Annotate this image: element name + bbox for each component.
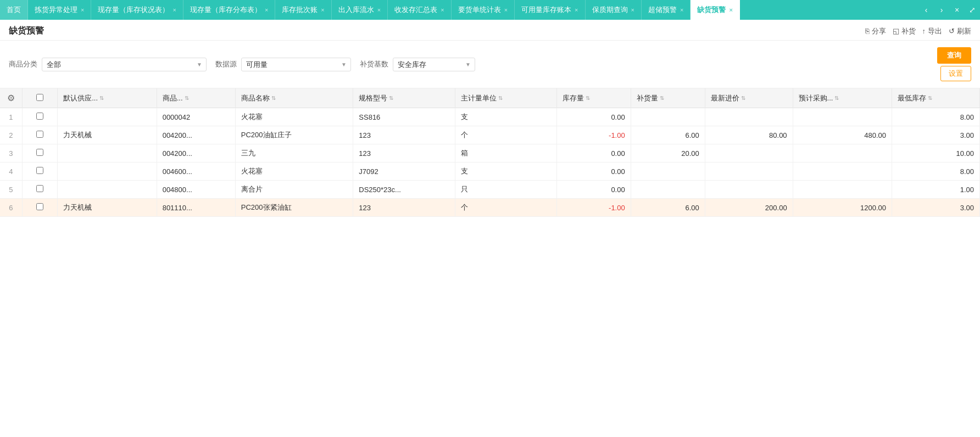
cell-checkbox[interactable] — [22, 108, 58, 126]
tab-shortage[interactable]: 缺货预警 × — [691, 0, 739, 20]
tab-inventory-status[interactable]: 现存量（库存状况表） × — [91, 0, 183, 20]
cell-est-purchase: 480.00 — [793, 126, 892, 144]
cell-sku: 004600... — [157, 163, 235, 181]
cell-est-purchase — [793, 108, 892, 126]
tab-close-expiry-query[interactable]: × — [631, 7, 634, 13]
tab-next-button[interactable]: › — [934, 0, 949, 20]
cell-sku: 004200... — [157, 126, 235, 144]
tab-close-collection-summary[interactable]: × — [441, 7, 444, 13]
cell-spec: 123 — [353, 199, 455, 217]
cell-checkbox[interactable] — [22, 126, 58, 144]
cell-replenish: 6.00 — [631, 126, 705, 144]
tab-collection-summary[interactable]: 收发存汇总表 × — [388, 0, 451, 20]
cell-num: 4 — [0, 163, 22, 181]
sort-icon-sku: ⇅ — [185, 95, 189, 101]
cell-unit: 支 — [455, 163, 557, 181]
tab-fullscreen-button[interactable]: ⤢ — [965, 0, 980, 20]
cell-checkbox[interactable] — [22, 163, 58, 181]
cell-unit: 个 — [455, 199, 557, 217]
cell-spec: 123 — [353, 126, 455, 144]
sort-icon-min-stock: ⇅ — [928, 95, 932, 101]
cell-num: 3 — [0, 144, 22, 163]
replenish-icon: ◱ — [893, 27, 899, 35]
tab-order-stats[interactable]: 要货单统计表 × — [452, 0, 515, 20]
category-select[interactable]: 全部 — [42, 58, 207, 71]
cell-supplier — [58, 144, 157, 163]
tab-close-inout-flow[interactable]: × — [377, 7, 381, 13]
export-button[interactable]: ↑ 导出 — [922, 26, 943, 36]
filter-group-category: 商品分类 全部 — [9, 58, 207, 71]
th-checkbox[interactable] — [22, 88, 58, 108]
tab-close-shortage[interactable]: × — [729, 7, 732, 13]
cell-num: 6 — [0, 199, 22, 217]
cell-est-purchase — [793, 144, 892, 163]
row-checkbox[interactable] — [36, 203, 43, 210]
query-button[interactable]: 查询 — [937, 47, 971, 64]
sort-icon-supplier: ⇅ — [99, 95, 104, 101]
th-est-purchase[interactable]: 预计采购... ⇅ — [793, 88, 892, 108]
th-sku[interactable]: 商品... ⇅ — [157, 88, 235, 108]
th-unit[interactable]: 主计量单位 ⇅ — [455, 88, 557, 108]
tab-close-order-stats[interactable]: × — [504, 7, 508, 13]
th-stock[interactable]: 库存量 ⇅ — [556, 88, 631, 108]
cell-unit: 只 — [455, 181, 557, 199]
header-actions: ⎘ 分享 ◱ 补货 ↑ 导出 ↺ 刷新 — [865, 26, 972, 36]
settings-button[interactable]: 设置 — [940, 66, 971, 81]
cell-spec: SS816 — [353, 108, 455, 126]
cell-name: PC200张紧油缸 — [235, 199, 353, 217]
row-checkbox[interactable] — [36, 167, 43, 174]
cell-est-purchase — [793, 181, 892, 199]
cell-latest-price: 80.00 — [705, 126, 793, 144]
cell-checkbox[interactable] — [22, 181, 58, 199]
cell-checkbox[interactable] — [22, 144, 58, 163]
row-checkbox[interactable] — [36, 113, 43, 120]
replenish-base-select[interactable]: 安全库存 最低库存 — [393, 58, 475, 71]
sort-icon-replenish: ⇅ — [660, 95, 664, 101]
tab-exception[interactable]: 拣货异常处理 × — [28, 0, 91, 20]
tab-expiry-query[interactable]: 保质期查询 × — [586, 0, 642, 20]
refresh-button[interactable]: ↺ 刷新 — [949, 26, 971, 36]
th-supplier[interactable]: 默认供应... ⇅ — [58, 88, 157, 108]
filter-group-replenish-base: 补货基数 安全库存 最低库存 — [360, 58, 475, 71]
cell-spec: 123 — [353, 144, 455, 163]
row-checkbox[interactable] — [36, 131, 43, 138]
replenish-button[interactable]: ◱ 补货 — [893, 26, 916, 36]
tab-overstock[interactable]: 超储预警 × — [642, 0, 691, 20]
th-min-stock[interactable]: 最低库存 ⇅ — [892, 88, 980, 108]
tab-close-all-button[interactable]: × — [949, 0, 965, 20]
tab-available-ledger[interactable]: 可用量库存账本 × — [515, 0, 585, 20]
tab-close-inventory-dist[interactable]: × — [265, 7, 268, 13]
tab-close-exception[interactable]: × — [81, 7, 84, 13]
cell-latest-price — [705, 144, 793, 163]
tab-close-batch-account[interactable]: × — [321, 7, 324, 13]
th-name[interactable]: 商品名称 ⇅ — [235, 88, 353, 108]
th-spec[interactable]: 规格型号 ⇅ — [353, 88, 455, 108]
tab-bar: 首页 拣货异常处理 × 现存量（库存状况表） × 现存量（库存分布表） × 库存… — [0, 0, 980, 20]
tab-close-overstock[interactable]: × — [680, 7, 683, 13]
row-checkbox[interactable] — [36, 185, 43, 192]
tab-batch-account[interactable]: 库存批次账 × — [275, 0, 331, 20]
tab-prev-button[interactable]: ‹ — [918, 0, 934, 20]
table-header-row: ⚙ 默认供应... ⇅ 商品... ⇅ — [0, 88, 980, 108]
category-select-wrapper: 全部 — [42, 58, 207, 71]
table-container: ⚙ 默认供应... ⇅ 商品... ⇅ — [0, 88, 980, 217]
tab-inventory-dist[interactable]: 现存量（库存分布表） × — [183, 0, 275, 20]
cell-checkbox[interactable] — [22, 199, 58, 217]
filter-area: 商品分类 全部 数据源 可用量 库存量 补货基数 安全库存 — [0, 41, 980, 88]
select-all-checkbox[interactable] — [36, 94, 43, 101]
th-replenish[interactable]: 补货量 ⇅ — [631, 88, 705, 108]
tab-close-available-ledger[interactable]: × — [575, 7, 578, 13]
tab-home[interactable]: 首页 — [0, 0, 28, 20]
row-checkbox[interactable] — [36, 149, 43, 156]
th-latest-price[interactable]: 最新进价 ⇅ — [705, 88, 793, 108]
cell-replenish: 20.00 — [631, 144, 705, 163]
tab-close-inventory-status[interactable]: × — [172, 7, 176, 13]
th-gear[interactable]: ⚙ — [0, 88, 22, 108]
tab-inout-flow[interactable]: 出入库流水 × — [332, 0, 388, 20]
cell-num: 5 — [0, 181, 22, 199]
cell-min-stock: 8.00 — [892, 163, 980, 181]
cell-unit: 个 — [455, 126, 557, 144]
share-button[interactable]: ⎘ 分享 — [865, 26, 886, 36]
datasource-select[interactable]: 可用量 库存量 — [241, 58, 351, 71]
cell-spec: J7092 — [353, 163, 455, 181]
